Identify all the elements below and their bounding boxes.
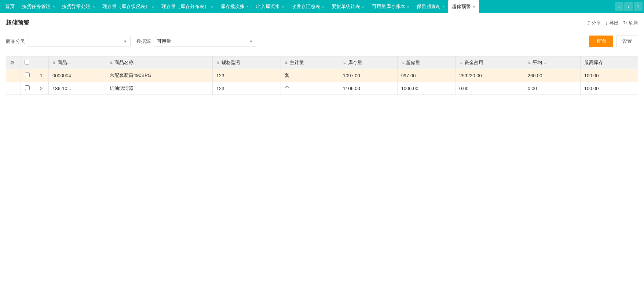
tab-现存量库存分布表[interactable]: 现存量（库存分布表） ×: [158, 0, 217, 13]
export-button[interactable]: ↓ 导出: [605, 20, 619, 26]
tab-保质期查询[interactable]: 保质期查询 ×: [413, 0, 448, 13]
cell-unit-1: 个: [281, 82, 339, 95]
close-tab-6[interactable]: ×: [282, 4, 284, 9]
refresh-button[interactable]: ↻ 刷新: [623, 20, 638, 26]
filter-row: 商品分类 ▼ 数据源 可用量 ▼ 查询 设置: [6, 32, 638, 51]
th-overflow[interactable]: ⇅ 超储量: [397, 56, 455, 69]
close-tab-7[interactable]: ×: [322, 4, 324, 9]
sort-icon-avg: ⇅: [528, 61, 531, 65]
datasource-select[interactable]: 可用量 ▼: [154, 36, 256, 47]
refresh-icon: ↻: [623, 20, 627, 26]
tab-拣货任务管理[interactable]: 拣货任务管理 ×: [18, 0, 58, 13]
th-avg[interactable]: ⇅ 平均...: [524, 56, 580, 69]
table-row: 2 186-10... 机油滤清器 123 个 1106.00 1006.00 …: [6, 82, 638, 95]
tab-拣货异常处理[interactable]: 拣货异常处理 ×: [58, 0, 98, 13]
nav-home[interactable]: 首页: [1, 3, 18, 10]
th-row-num: [34, 56, 49, 69]
close-tab-4[interactable]: ×: [211, 4, 213, 9]
cell-product-name-1: 机油滤清器: [106, 82, 212, 95]
cell-checkbox-1: [21, 82, 34, 95]
cell-spec-1: 123: [212, 82, 281, 95]
page-content: 超储预警 ⤴ 分享 ↓ 导出 ↻ 刷新 商品分类 ▼ 数据源: [0, 13, 644, 293]
column-settings-icon[interactable]: ⚙: [10, 60, 15, 66]
cell-avg-0: 260.00: [524, 69, 580, 82]
cell-stock-1: 1106.00: [339, 82, 398, 95]
sort-icon-product-code: ⇅: [52, 61, 55, 65]
share-button[interactable]: ⤴ 分享: [588, 20, 601, 26]
table-header-row: ⚙ ⇅ 商品... ⇅ 商品名称 ⇅ 规格型号: [6, 56, 638, 69]
datasource-label: 数据源: [136, 38, 151, 45]
header-actions: ⤴ 分享 ↓ 导出 ↻ 刷新: [588, 20, 638, 26]
cell-spec-0: 123: [212, 69, 281, 82]
cell-product-name-0: 六配套新昌490BPG: [106, 69, 212, 82]
cell-unit-0: 套: [281, 69, 339, 82]
close-tab-5[interactable]: ×: [246, 4, 249, 9]
cell-rownum-1: 2: [34, 82, 49, 95]
tab-收发存汇总表[interactable]: 收发存汇总表 ×: [288, 0, 328, 13]
sort-icon-product-name: ⇅: [110, 61, 113, 65]
th-product-code[interactable]: ⇅ 商品...: [49, 56, 106, 69]
cell-overflow-1: 1006.00: [397, 82, 455, 95]
th-spec[interactable]: ⇅ 规格型号: [212, 56, 281, 69]
cell-capital-1: 0.00: [455, 82, 524, 95]
nav-prev-button[interactable]: ‹: [615, 2, 623, 11]
nav-next-button[interactable]: ›: [624, 2, 633, 11]
row-checkbox-1[interactable]: [25, 85, 30, 90]
cell-max-stock-0: 100.00: [580, 69, 638, 82]
datasource-filter: 数据源 可用量 ▼: [136, 36, 256, 47]
th-max-stock: 最高库存: [580, 56, 638, 69]
tab-超储预警[interactable]: 超储预警 ×: [448, 0, 479, 13]
cell-rownum-0: 1: [34, 69, 49, 82]
cell-avg-1: 0.00: [524, 82, 580, 95]
cell-product-code-1: 186-10...: [49, 82, 106, 95]
close-tab-3[interactable]: ×: [152, 4, 154, 9]
sort-icon-unit: ⇅: [285, 61, 288, 65]
settings-button[interactable]: 设置: [616, 36, 638, 47]
th-stock[interactable]: ⇅ 库存量: [339, 56, 398, 69]
cell-settings-1: [6, 82, 21, 95]
sort-icon-spec: ⇅: [216, 61, 219, 65]
cell-checkbox-0: [21, 69, 34, 82]
cell-overflow-0: 997.00: [397, 69, 455, 82]
tab-库存批次账[interactable]: 库存批次账 ×: [217, 0, 252, 13]
cell-settings-0: [6, 69, 21, 82]
share-icon: ⤴: [588, 20, 590, 26]
close-tab-11[interactable]: ×: [473, 4, 475, 9]
th-product-name[interactable]: ⇅ 商品名称: [106, 56, 212, 69]
th-settings: ⚙: [6, 56, 21, 69]
sort-icon-overflow: ⇅: [401, 61, 404, 65]
category-dropdown-icon: ▼: [123, 39, 127, 44]
table-row: 1 0000004 六配套新昌490BPG 123 套 1097.00 997.…: [6, 69, 638, 82]
th-checkbox: [21, 56, 34, 69]
sort-icon-capital: ⇅: [459, 61, 462, 65]
close-tab-2[interactable]: ×: [92, 4, 95, 9]
nav-bar: 首页 拣货任务管理 × 拣货异常处理 × 现存量（库存状况表） × 现存量（库存…: [0, 0, 644, 13]
tab-可用量库存账本[interactable]: 可用量库存账本 ×: [368, 0, 413, 13]
category-filter: 商品分类 ▼: [6, 36, 131, 47]
page-title: 超储预警: [6, 19, 29, 27]
close-tab-1[interactable]: ×: [52, 4, 55, 9]
th-unit[interactable]: ⇅ 主计量: [281, 56, 339, 69]
datasource-value: 可用量: [157, 38, 171, 45]
cell-stock-0: 1097.00: [339, 69, 398, 82]
category-label: 商品分类: [6, 38, 25, 45]
category-select[interactable]: ▼: [28, 36, 131, 47]
select-all-checkbox[interactable]: [25, 60, 29, 64]
close-tab-8[interactable]: ×: [362, 4, 364, 9]
export-icon: ↓: [605, 20, 608, 26]
tab-要货单统计表[interactable]: 要货单统计表 ×: [328, 0, 368, 13]
nav-close-button[interactable]: ×: [634, 2, 643, 11]
th-capital[interactable]: ⇅ 资金占用: [455, 56, 524, 69]
cell-product-code-0: 0000004: [49, 69, 106, 82]
close-tab-9[interactable]: ×: [407, 4, 409, 9]
tab-现存量库存状况表[interactable]: 现存量（库存状况表） ×: [99, 0, 158, 13]
nav-arrows: ‹ › ×: [615, 2, 643, 11]
row-checkbox-0[interactable]: [25, 73, 30, 77]
query-button[interactable]: 查询: [589, 36, 613, 47]
page-header: 超储预警 ⤴ 分享 ↓ 导出 ↻ 刷新: [6, 19, 638, 27]
datasource-dropdown-icon: ▼: [249, 39, 253, 44]
filter-buttons: 查询 设置: [589, 36, 638, 47]
cell-capital-0: 259220.00: [455, 69, 524, 82]
tab-出入库流水[interactable]: 出入库流水 ×: [252, 0, 288, 13]
close-tab-10[interactable]: ×: [442, 4, 444, 9]
